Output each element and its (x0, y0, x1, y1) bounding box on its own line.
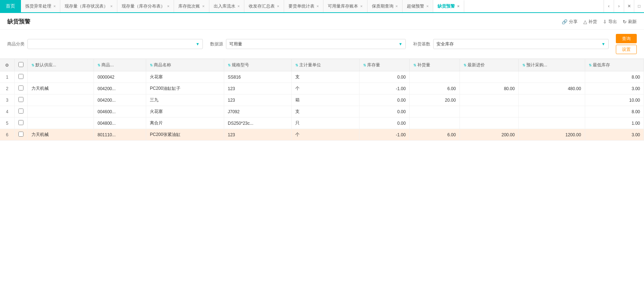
datasource-filter-group: 数据源 可用量 ▼ (210, 39, 406, 49)
tab-home[interactable]: 首页 (0, 0, 21, 12)
cell-stock-qty: 0.00 (360, 106, 410, 118)
tab-close-icon[interactable]: × (457, 4, 459, 8)
query-button[interactable]: 查询 (616, 34, 637, 43)
tab-close-icon[interactable]: × (317, 4, 319, 8)
tab-available-ledger[interactable]: 可用量库存账本× (323, 0, 367, 12)
replenish-base-filter-group: 补货基数 安全库存 ▼ (413, 39, 609, 49)
share-button[interactable]: 🔗 分享 (562, 19, 578, 25)
refresh-button[interactable]: ↻ 刷新 (623, 19, 637, 25)
tab-close-icon[interactable]: × (202, 4, 204, 8)
row-checkbox[interactable] (18, 109, 23, 114)
col-default-supplier[interactable]: ⇅默认供应... (27, 59, 94, 71)
tab-label: 可用量库存账本 (328, 3, 358, 9)
col-product-name[interactable]: ⇅商品名称 (146, 59, 224, 71)
cell-replenish-qty (409, 118, 460, 129)
table-row: 5 004800... 离合片 DS250*23c... 只 0.00 1.00 (0, 118, 644, 129)
tab-recv-summary[interactable]: 收发存汇总表× (244, 0, 284, 12)
cell-product-code: 004200... (94, 83, 146, 94)
share-icon: 🔗 (562, 19, 567, 25)
tab-prev-btn[interactable]: ‹ (604, 0, 614, 13)
tab-inout-flow[interactable]: 出入库流水× (209, 0, 244, 12)
col-latest-price[interactable]: ⇅最新进价 (460, 59, 518, 71)
tab-stock-dist[interactable]: 现存量（库存分布表）× (117, 0, 174, 12)
row-checkbox[interactable] (18, 132, 23, 137)
tab-label: 缺货预警 (438, 3, 455, 9)
cell-product-code: 0000042 (94, 71, 146, 83)
tab-close-icon[interactable]: × (110, 4, 112, 8)
cell-replenish-qty: 6.00 (409, 83, 460, 94)
sort-icon: ⇅ (228, 63, 231, 67)
col-checkbox (14, 59, 27, 71)
cell-product-name: 离合片 (146, 118, 224, 129)
col-stock-qty[interactable]: ⇅库存量 (360, 59, 410, 71)
share-label: 分享 (569, 19, 578, 25)
col-product-code[interactable]: ⇅商品... (94, 59, 146, 71)
tab-close-icon[interactable]: × (426, 4, 428, 8)
replenish-base-select[interactable]: 安全库存 ▼ (433, 39, 609, 49)
settings-button[interactable]: 设置 (616, 45, 637, 54)
cell-min-stock: 3.00 (585, 83, 644, 94)
row-checkbox-cell (14, 83, 27, 94)
cell-replenish-qty: 20.00 (409, 94, 460, 106)
datasource-select[interactable]: 可用量 ▼ (226, 39, 406, 49)
tab-close-icon[interactable]: × (277, 4, 279, 8)
gear-icon: ⚙ (5, 63, 9, 68)
tab-label: 现存量（库存分布表） (122, 3, 165, 9)
tab-expiry-query[interactable]: 保质期查询× (367, 0, 402, 12)
category-arrow-icon: ▼ (196, 42, 200, 46)
datasource-value: 可用量 (229, 41, 242, 47)
cell-latest-price (460, 94, 518, 106)
row-checkbox[interactable] (18, 97, 23, 102)
category-select[interactable]: ▼ (27, 39, 203, 49)
table-row: 4 004600... 火花塞 J7092 支 0.00 8.00 (0, 106, 644, 118)
tab-next-btn[interactable]: › (614, 0, 624, 13)
row-number: 6 (0, 129, 14, 141)
tab-overstock[interactable]: 超储预警× (402, 0, 433, 12)
tab-close-icon[interactable]: × (360, 4, 362, 8)
cell-spec: DS250*23c... (224, 118, 292, 129)
cell-min-stock: 3.00 (585, 129, 644, 141)
tab-exception[interactable]: 拣货异常处理× (21, 0, 60, 12)
cell-product-name: 火花塞 (146, 106, 224, 118)
tab-close-all-btn[interactable]: ✕ (624, 0, 634, 13)
sort-icon: ⇅ (97, 63, 100, 67)
col-estimated-purchase[interactable]: ⇅预计采购... (518, 59, 585, 71)
row-checkbox-cell (14, 71, 27, 83)
export-button[interactable]: ⇩ 导出 (603, 19, 617, 25)
cell-latest-price: 80.00 (460, 83, 518, 94)
datasource-label: 数据源 (210, 41, 223, 47)
tab-label: 库存批次账 (178, 3, 200, 9)
col-unit[interactable]: ⇅主计量单位 (292, 59, 360, 71)
col-min-stock[interactable]: ⇅最低库存 (585, 59, 644, 71)
replenish-button[interactable]: △ 补货 (583, 19, 597, 25)
cell-product-name: PC200油缸缸子 (146, 83, 224, 94)
tab-maximize-btn[interactable]: □ (634, 0, 644, 13)
select-all-checkbox[interactable] (18, 62, 23, 67)
tab-stock-status[interactable]: 现存量（库存状况表）× (60, 0, 117, 12)
cell-spec: SS816 (224, 71, 292, 83)
col-spec[interactable]: ⇅规格型号 (224, 59, 292, 71)
col-replenish-qty[interactable]: ⇅补货量 (409, 59, 460, 71)
tab-batch-account[interactable]: 库存批次账× (174, 0, 209, 12)
tab-close-icon[interactable]: × (396, 4, 398, 8)
cell-unit: 个 (292, 83, 360, 94)
row-checkbox[interactable] (18, 74, 23, 79)
page-header: 缺货预警 🔗 分享 △ 补货 ⇩ 导出 ↻ 刷新 (0, 13, 644, 30)
table-row: 3 004200... 三九 123 箱 0.00 20.00 10.00 (0, 94, 644, 106)
cell-spec: 123 (224, 94, 292, 106)
tab-close-icon[interactable]: × (53, 4, 56, 8)
cell-estimated-purchase: 480.00 (518, 83, 585, 94)
tab-requisition-stat[interactable]: 要货单统计表× (284, 0, 323, 12)
tab-close-icon[interactable]: × (167, 4, 169, 8)
col-gear[interactable]: ⚙ (0, 59, 14, 71)
cell-replenish-qty (409, 106, 460, 118)
cell-default-supplier: 力天机械 (27, 83, 94, 94)
row-checkbox[interactable] (18, 85, 23, 90)
replenish-base-value: 安全库存 (436, 41, 454, 47)
tab-shortage[interactable]: 缺货预警× (433, 0, 464, 12)
tab-label: 收发存汇总表 (249, 3, 275, 9)
tab-close-icon[interactable]: × (238, 4, 240, 8)
cell-unit: 个 (292, 129, 360, 141)
row-checkbox[interactable] (18, 120, 23, 125)
cell-latest-price (460, 118, 518, 129)
